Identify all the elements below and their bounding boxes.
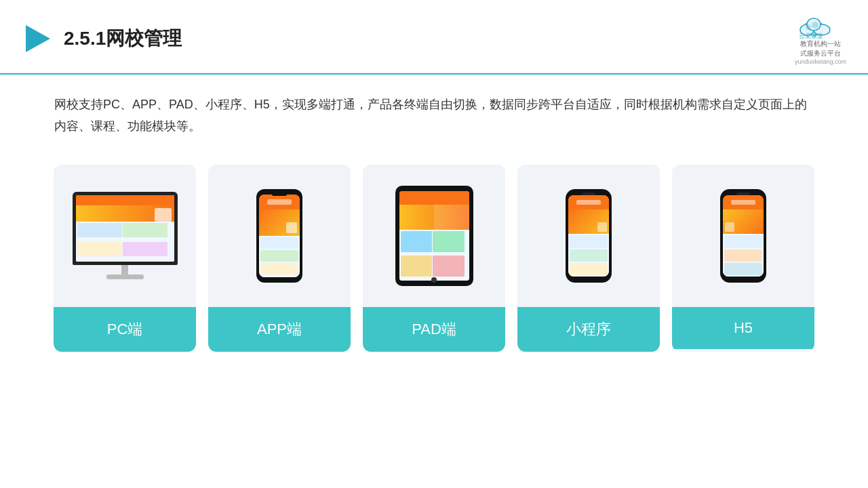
page-title: 2.5.1网校管理 — [64, 26, 182, 52]
description-content: 网校支持PC、APP、PAD、小程序、H5，实现多端打通，产品各终端自由切换，数… — [54, 98, 807, 133]
logo-area: 云朵课堂 教育机构一站式服务云平台 yunduoketang.com — [793, 12, 848, 65]
card-h5-label: H5 — [672, 307, 814, 349]
monitor-mockup — [73, 192, 178, 279]
logo-url: yunduoketang.com — [795, 58, 846, 65]
svg-marker-0 — [26, 25, 50, 52]
cards-container: PC端 — [0, 144, 868, 365]
description-text: 网校支持PC、APP、PAD、小程序、H5，实现多端打通，产品各终端自由切换，数… — [0, 75, 868, 144]
card-pad-image — [363, 165, 505, 307]
svg-text:云朵课堂: 云朵课堂 — [799, 33, 823, 39]
card-app: APP端 — [208, 165, 351, 352]
phone-mockup-app — [256, 189, 302, 283]
card-h5: H5 — [672, 165, 814, 352]
card-app-label: APP端 — [208, 307, 351, 352]
card-pc: PC端 — [54, 165, 196, 352]
header-left: 2.5.1网校管理 — [20, 22, 182, 55]
card-miniapp: 小程序 — [517, 165, 660, 352]
card-pc-image — [54, 165, 196, 307]
card-app-image — [208, 165, 351, 307]
logo-subtitle: 教育机构一站式服务云平台 — [800, 39, 841, 58]
play-icon — [20, 22, 53, 55]
card-pad: PAD端 — [363, 165, 505, 352]
page-header: 2.5.1网校管理 云朵课堂 教育机构一站式服务云平台 yunduoketang… — [0, 0, 868, 75]
card-h5-image — [672, 165, 814, 307]
phone-mockup-miniapp — [566, 189, 612, 283]
svg-point-5 — [806, 24, 811, 30]
phone-mockup-h5 — [720, 189, 766, 283]
card-miniapp-image — [517, 165, 660, 307]
tablet-mockup — [395, 186, 473, 286]
logo-icon: 云朵课堂 — [793, 12, 848, 39]
svg-point-6 — [812, 22, 818, 28]
card-pad-label: PAD端 — [363, 307, 505, 352]
card-miniapp-label: 小程序 — [517, 307, 660, 352]
card-pc-label: PC端 — [54, 307, 196, 352]
